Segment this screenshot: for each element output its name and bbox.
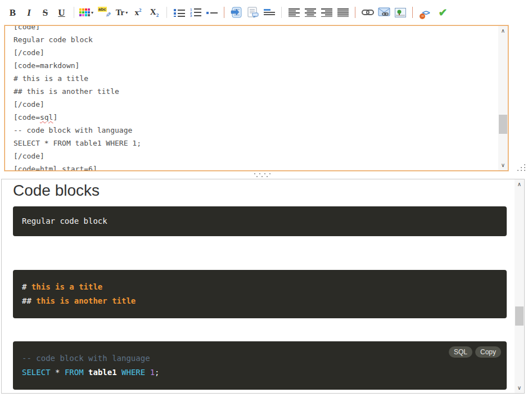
font-size-button[interactable]: Tr ▾ (114, 4, 130, 20)
underline-label: U (58, 8, 65, 17)
bullet-list-icon (174, 8, 185, 17)
chevron-down-icon: ▾ (125, 10, 128, 15)
editor-line: [code=sql] (13, 111, 490, 124)
bbcode-source-editor[interactable]: [code]Regular code block[/code][code=mar… (4, 25, 508, 171)
editor-line: ## this is another title (13, 85, 490, 98)
language-badge-button[interactable]: SQL (449, 346, 472, 358)
remove-bbcode-button[interactable]: <> − (417, 4, 435, 20)
subscript-icon: X2 (150, 7, 159, 18)
toolbar-separator (74, 7, 74, 18)
scroll-up-icon[interactable]: ∧ (515, 180, 524, 189)
preview-scrollbar[interactable]: ∧ ∨ (515, 179, 524, 393)
bullet-list-button[interactable] (171, 4, 187, 20)
preview-title: Code blocks (13, 182, 515, 200)
font-size-label: Tr (116, 8, 125, 17)
highlight-button[interactable]: abc✎ (94, 4, 114, 20)
subscript-button[interactable]: X2 (146, 4, 163, 20)
underline-button[interactable]: U (53, 4, 70, 20)
bold-button[interactable]: B (4, 4, 21, 20)
chevron-down-icon: ▾ (91, 10, 93, 15)
code-block-plain: Regular code block (13, 206, 507, 236)
scroll-up-icon[interactable]: ∧ (498, 26, 508, 35)
toolbar-separator (166, 7, 167, 18)
strikethrough-button[interactable]: S (37, 4, 53, 20)
insert-email-button[interactable] (376, 4, 392, 20)
font-color-button[interactable]: ▾ (78, 4, 94, 20)
horizontal-rule-icon (206, 10, 218, 15)
code-token: -- code block with language (22, 354, 150, 363)
editor-text: [code=markdown] (13, 61, 79, 70)
preview-scrollbar-thumb[interactable] (515, 306, 524, 326)
code-token (117, 368, 121, 377)
align-left-icon (288, 8, 300, 17)
strikethrough-label: S (43, 8, 48, 17)
italic-button[interactable]: I (21, 4, 37, 20)
toolbar-separator (412, 7, 413, 18)
pane-splitter[interactable] (0, 172, 532, 178)
code-token: WHERE (121, 368, 145, 377)
editor-text: [/code] (13, 152, 44, 160)
insert-image-button[interactable] (392, 4, 408, 20)
italic-label: I (27, 8, 31, 17)
editor-line: [code] (13, 25, 490, 33)
highlight-icon: abc✎ (98, 7, 110, 18)
quote-button[interactable] (245, 4, 261, 20)
link-icon (362, 9, 374, 16)
check-icon: ✔ (439, 6, 448, 19)
svg-text:3: 3 (190, 14, 192, 17)
code-token: this is a title (31, 282, 102, 291)
code-token: FROM (65, 368, 84, 377)
editor-text: [/code] (13, 100, 44, 109)
scroll-down-icon[interactable]: ∨ (515, 384, 524, 393)
insert-link-button[interactable] (359, 4, 376, 20)
editor-scrollbar[interactable]: ∧ ∨ (498, 26, 508, 170)
code-line: SELECT * FROM table1 WHERE 1; (22, 366, 498, 380)
text-block-icon (264, 8, 275, 16)
align-right-button[interactable] (318, 4, 335, 20)
preview-pane: Code blocks Regular code block# this is … (1, 179, 525, 394)
quote-icon (247, 7, 259, 18)
toolbar-separator (224, 7, 224, 18)
editor-resize-grip[interactable] (517, 164, 526, 172)
editor-text: [code] (13, 25, 40, 31)
editor-line: [code=html start=6] (13, 163, 490, 171)
code-token: table1 (88, 368, 117, 377)
align-justify-icon (337, 8, 349, 17)
align-center-button[interactable] (302, 4, 318, 20)
code-block-button[interactable] (228, 4, 245, 20)
code-token: ; (155, 368, 159, 377)
bold-label: B (10, 8, 16, 17)
superscript-icon: x2 (135, 7, 142, 17)
code-token: 1 (150, 368, 155, 377)
code-token: SELECT (22, 368, 51, 377)
align-justify-button[interactable] (335, 4, 351, 20)
image-icon (395, 8, 406, 17)
numbered-list-button[interactable]: 1 2 3 (187, 4, 204, 20)
plain-text-button[interactable] (261, 4, 277, 20)
editor-toolbar: B I S U ▾ abc✎ Tr ▾ x2 X2 1 2 3 (0, 0, 532, 25)
editor-text: sql (40, 113, 53, 121)
copy-button[interactable]: Copy (475, 346, 501, 358)
toolbar-separator (355, 7, 355, 18)
superscript-button[interactable]: x2 (130, 4, 146, 20)
editor-text: -- code block with language (13, 126, 132, 134)
code-token (145, 368, 150, 377)
editor-line: [/code] (13, 46, 490, 59)
align-center-icon (305, 8, 316, 17)
editor-scrollbar-thumb[interactable] (499, 115, 507, 134)
editor-text: ## this is another title (13, 87, 119, 96)
accept-button[interactable]: ✔ (435, 4, 451, 20)
preview-blocks: Regular code block# this is a title## th… (13, 206, 507, 390)
editor-line: Regular code block (13, 33, 490, 46)
editor-text: Regular code block (13, 35, 93, 44)
code-block-markdown: # this is a title## this is another titl… (13, 270, 507, 318)
editor-line: [/code] (13, 150, 490, 163)
editor-text: [/code] (13, 48, 44, 57)
numbered-list-icon: 1 2 3 (190, 8, 201, 17)
horizontal-rule-button[interactable] (204, 4, 220, 20)
scroll-down-icon[interactable]: ∨ (498, 161, 508, 170)
code-token: this is another title (36, 296, 136, 305)
align-left-button[interactable] (286, 4, 302, 20)
editor-line: SELECT * FROM table1 WHERE 1; (13, 137, 490, 150)
editor-text: [code= (13, 113, 40, 121)
